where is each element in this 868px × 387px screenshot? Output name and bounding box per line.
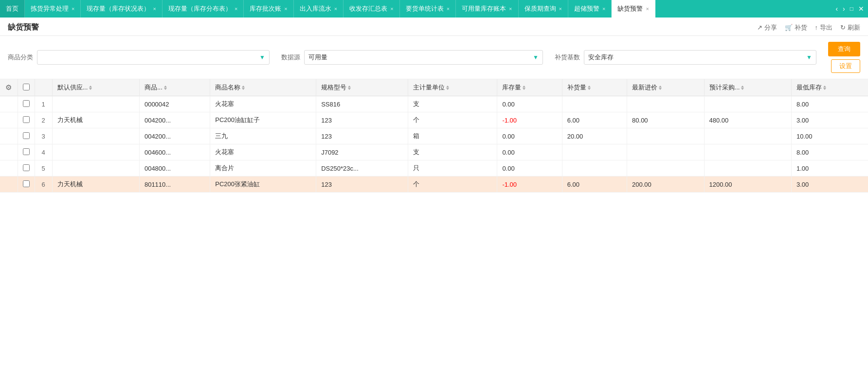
- row-supplier: [52, 96, 139, 112]
- product-name-column-header[interactable]: 商品名称: [210, 79, 316, 96]
- row-supplier: [52, 128, 139, 144]
- tab-close-all-button[interactable]: ✕: [856, 4, 866, 14]
- row-estimated-purchase: 480.00: [704, 112, 791, 128]
- share-button[interactable]: ↗ 分享: [757, 23, 777, 32]
- row-stock-qty: 0.00: [497, 144, 562, 160]
- tab-label-demand-stats: 要货单统计表: [406, 4, 444, 13]
- tab-close-inventory-dist[interactable]: ×: [235, 6, 237, 12]
- row-spec-model: J7092: [316, 144, 408, 160]
- row-checkbox[interactable]: [23, 116, 30, 123]
- row-product-name: 火花塞: [210, 144, 316, 160]
- supplier-column-header[interactable]: 默认供应...: [52, 79, 139, 96]
- row-stock-qty: 0.00: [497, 96, 562, 112]
- table-row: 3004200...三九123箱0.0020.0010.00: [0, 128, 868, 144]
- tab-prev-button[interactable]: ‹: [833, 4, 840, 14]
- tab-item-abnormal[interactable]: 拣货异常处理×: [25, 0, 81, 18]
- category-chevron-icon: ▼: [259, 54, 265, 61]
- row-checkbox[interactable]: [23, 132, 30, 139]
- tab-close-overstock[interactable]: ×: [602, 6, 605, 12]
- row-number: 3: [35, 128, 52, 144]
- row-checkbox-cell: [18, 96, 35, 112]
- stock-sort-icon: [523, 86, 525, 90]
- tab-close-expiry-query[interactable]: ×: [559, 6, 562, 12]
- row-stock-qty: -1.00: [497, 112, 562, 128]
- tab-item-shortage[interactable]: 缺货预警×: [612, 0, 655, 18]
- unit-column-header[interactable]: 主计量单位: [408, 79, 497, 96]
- replenish-qty-column-header[interactable]: 补货量: [562, 79, 627, 96]
- tab-close-inout-flow[interactable]: ×: [334, 6, 337, 12]
- tab-item-overstock[interactable]: 超储预警×: [568, 0, 612, 18]
- row-supplier: 力天机械: [52, 112, 139, 128]
- row-estimated-purchase: [704, 96, 791, 112]
- tab-close-demand-stats[interactable]: ×: [447, 6, 450, 12]
- tab-item-available-ledger[interactable]: 可用量库存账本×: [456, 0, 518, 18]
- category-filter-group: 商品分类 ▼: [8, 50, 270, 65]
- row-latest-price: [627, 160, 704, 176]
- tab-close-collect-summary[interactable]: ×: [390, 6, 393, 12]
- table-header-row: ⚙ 默认供应... 商品...: [0, 79, 868, 96]
- select-all-checkbox[interactable]: [23, 84, 30, 90]
- row-settings-cell: [0, 112, 18, 128]
- category-select[interactable]: ▼: [37, 50, 270, 65]
- settings-button[interactable]: 设置: [831, 59, 860, 73]
- data-table: ⚙ 默认供应... 商品...: [0, 79, 868, 193]
- tab-close-shortage[interactable]: ×: [646, 6, 649, 12]
- tab-close-inventory-status[interactable]: ×: [153, 6, 156, 12]
- row-replenish-qty: [562, 96, 627, 112]
- refresh-label: 刷新: [848, 23, 860, 32]
- tab-item-inventory-dist[interactable]: 现存量（库存分布表）×: [163, 0, 244, 18]
- export-button[interactable]: ↑ 导出: [815, 23, 833, 32]
- replenish-base-select[interactable]: 安全库存 ▼: [584, 50, 816, 65]
- row-stock-qty: 0.00: [497, 160, 562, 176]
- row-checkbox-cell: [18, 176, 35, 193]
- replenish-qty-sort-icon: [588, 86, 591, 90]
- tab-item-batch-account[interactable]: 库存批次账×: [244, 0, 293, 18]
- table-row: 10000042火花塞SS816支0.008.00: [0, 96, 868, 112]
- tab-close-batch-account[interactable]: ×: [284, 6, 287, 12]
- export-label: 导出: [820, 23, 832, 32]
- row-min-stock: 8.00: [791, 96, 868, 112]
- tab-item-expiry-query[interactable]: 保质期查询×: [519, 0, 568, 18]
- tab-close-available-ledger[interactable]: ×: [509, 6, 512, 12]
- tab-next-button[interactable]: ›: [841, 4, 847, 14]
- tab-close-abnormal[interactable]: ×: [72, 6, 74, 12]
- row-latest-price: 80.00: [627, 112, 704, 128]
- query-button[interactable]: 查询: [828, 42, 860, 56]
- tab-item-collect-summary[interactable]: 收发存汇总表×: [344, 0, 399, 18]
- tab-label-collect-summary: 收发存汇总表: [349, 4, 387, 13]
- row-spec-model: 123: [316, 112, 408, 128]
- filter-area: 商品分类 ▼ 数据源 可用量 ▼ 补货基数 安全库存 ▼ 查询 设置: [0, 36, 868, 79]
- row-product-code: 801110...: [139, 176, 210, 193]
- row-spec-model: DS250*23c...: [316, 160, 408, 176]
- refresh-button[interactable]: ↻ 刷新: [840, 23, 860, 32]
- row-checkbox[interactable]: [23, 180, 30, 187]
- row-checkbox[interactable]: [23, 100, 30, 107]
- latest-price-column-header[interactable]: 最新进价: [627, 79, 704, 96]
- tab-item-inout-flow[interactable]: 出入库流水×: [294, 0, 344, 18]
- tab-item-inventory-status[interactable]: 现存量（库存状况表）×: [81, 0, 162, 18]
- stock-qty-column-header[interactable]: 库存量: [497, 79, 562, 96]
- row-latest-price: [627, 96, 704, 112]
- row-supplier: [52, 144, 139, 160]
- replenish-base-filter-label: 补货基数: [555, 53, 580, 62]
- settings-column-header[interactable]: ⚙: [0, 79, 18, 96]
- category-filter-label: 商品分类: [8, 53, 33, 62]
- checkbox-column-header: [18, 79, 35, 96]
- replenish-base-select-value: 安全库存: [588, 53, 614, 62]
- row-product-code: 0000042: [139, 96, 210, 112]
- row-unit: 箱: [408, 128, 497, 144]
- datasource-select[interactable]: 可用量 ▼: [304, 50, 543, 65]
- replenish-button[interactable]: 🛒 补货: [785, 23, 807, 32]
- row-checkbox[interactable]: [23, 164, 30, 171]
- tab-item-home[interactable]: 首页: [0, 0, 25, 18]
- product-code-column-header[interactable]: 商品...: [139, 79, 210, 96]
- row-product-name: 离合片: [210, 160, 316, 176]
- estimated-purchase-column-header[interactable]: 预计采购...: [704, 79, 791, 96]
- min-stock-sort-icon: [823, 86, 826, 90]
- spec-model-column-header[interactable]: 规格型号: [316, 79, 408, 96]
- row-replenish-qty: 6.00: [562, 176, 627, 193]
- tab-item-demand-stats[interactable]: 要货单统计表×: [400, 0, 456, 18]
- row-checkbox[interactable]: [23, 148, 30, 155]
- min-stock-column-header[interactable]: 最低库存: [791, 79, 868, 96]
- tab-restore-button[interactable]: □: [848, 4, 855, 13]
